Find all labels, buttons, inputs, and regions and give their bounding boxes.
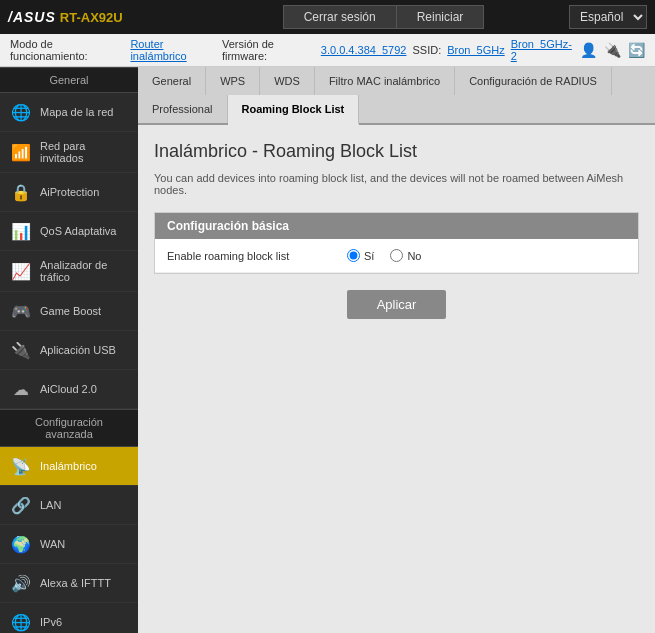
sidebar-item-label: IPv6: [40, 616, 62, 628]
tab-radius[interactable]: Configuración de RADIUS: [455, 67, 612, 95]
mapa-red-icon: 🌐: [10, 101, 32, 123]
firmware-label: Versión de firmware:: [222, 38, 315, 62]
aicloud-icon: ☁: [10, 378, 32, 400]
usb-icon[interactable]: 🔌: [603, 41, 621, 59]
config-section: Configuración básica Enable roaming bloc…: [154, 212, 639, 274]
ssid-2g[interactable]: Bron_5GHz: [447, 44, 504, 56]
info-icons: 👤 🔌 🔄: [579, 41, 645, 59]
wan-icon: 🌍: [10, 533, 32, 555]
ipv6-icon: 🌐: [10, 611, 32, 633]
lan-icon: 🔗: [10, 494, 32, 516]
sidebar: General 🌐 Mapa de la red 📶 Red para invi…: [0, 67, 138, 633]
refresh-icon[interactable]: 🔄: [627, 41, 645, 59]
sidebar-item-label: Alexa & IFTTT: [40, 577, 111, 589]
tab-wds[interactable]: WDS: [260, 67, 315, 95]
sidebar-item-label: AiProtection: [40, 186, 99, 198]
alexa-icon: 🔊: [10, 572, 32, 594]
firmware-value[interactable]: 3.0.0.4.384_5792: [321, 44, 407, 56]
usb-app-icon: 🔌: [10, 339, 32, 361]
sidebar-item-label: AiCloud 2.0: [40, 383, 97, 395]
tab-wps[interactable]: WPS: [206, 67, 260, 95]
sidebar-item-label: Game Boost: [40, 305, 101, 317]
sidebar-item-qos[interactable]: 📊 QoS Adaptativa: [0, 212, 138, 251]
top-bar: /ASUS RT-AX92U Cerrar sesión Reiniciar E…: [0, 0, 655, 34]
info-bar: Modo de funcionamiento: Router inalámbri…: [0, 34, 655, 67]
enable-label: Enable roaming block list: [167, 250, 327, 262]
radio-no-label: No: [407, 250, 421, 262]
tab-general[interactable]: General: [138, 67, 206, 95]
red-invitados-icon: 📶: [10, 141, 32, 163]
sidebar-item-label: WAN: [40, 538, 65, 550]
tab-filtro-mac[interactable]: Filtro MAC inalámbrico: [315, 67, 455, 95]
language-select[interactable]: Español: [569, 5, 647, 29]
sidebar-item-analizador[interactable]: 📈 Analizador de tráfico: [0, 251, 138, 292]
apply-row: Aplicar: [154, 290, 639, 319]
sidebar-item-alexa[interactable]: 🔊 Alexa & IFTTT: [0, 564, 138, 603]
asus-logo: /ASUS: [8, 9, 56, 25]
content-area: General WPS WDS Filtro MAC inalámbrico C…: [138, 67, 655, 633]
sidebar-item-red-invitados[interactable]: 📶 Red para invitados: [0, 132, 138, 173]
mode-value[interactable]: Router inalámbrico: [130, 38, 216, 62]
page-description: You can add devices into roaming block l…: [154, 172, 639, 196]
user-icon[interactable]: 👤: [579, 41, 597, 59]
sidebar-item-label: Red para invitados: [40, 140, 128, 164]
model-name: RT-AX92U: [60, 10, 123, 25]
cerrar-sesion-button[interactable]: Cerrar sesión: [283, 5, 396, 29]
sidebar-item-label: Analizador de tráfico: [40, 259, 128, 283]
sidebar-item-label: Inalámbrico: [40, 460, 97, 472]
page-title: Inalámbrico - Roaming Block List: [154, 141, 639, 162]
sidebar-item-inalambrico[interactable]: 📡 Inalámbrico: [0, 447, 138, 486]
tab-bar: General WPS WDS Filtro MAC inalámbrico C…: [138, 67, 655, 125]
config-section-title: Configuración básica: [155, 213, 638, 239]
radio-si-option[interactable]: Sí: [347, 249, 374, 262]
general-section-title: General: [0, 67, 138, 93]
ssid-label: SSID:: [412, 44, 441, 56]
sidebar-item-lan[interactable]: 🔗 LAN: [0, 486, 138, 525]
analizador-icon: 📈: [10, 260, 32, 282]
radio-group: Sí No: [347, 249, 421, 262]
radio-si-input[interactable]: [347, 249, 360, 262]
game-boost-icon: 🎮: [10, 300, 32, 322]
sidebar-item-usb[interactable]: 🔌 Aplicación USB: [0, 331, 138, 370]
reiniciar-button[interactable]: Reiniciar: [396, 5, 485, 29]
qos-icon: 📊: [10, 220, 32, 242]
main-layout: General 🌐 Mapa de la red 📶 Red para invi…: [0, 67, 655, 633]
tab-professional[interactable]: Professional: [138, 95, 228, 123]
enable-roaming-row: Enable roaming block list Sí No: [155, 239, 638, 273]
advanced-section-title: Configuración avanzada: [0, 409, 138, 447]
sidebar-item-game-boost[interactable]: 🎮 Game Boost: [0, 292, 138, 331]
sidebar-item-wan[interactable]: 🌍 WAN: [0, 525, 138, 564]
radio-no-input[interactable]: [390, 249, 403, 262]
apply-button[interactable]: Aplicar: [347, 290, 447, 319]
logo-area: /ASUS RT-AX92U: [8, 9, 123, 25]
sidebar-item-aicloud[interactable]: ☁ AiCloud 2.0: [0, 370, 138, 409]
radio-si-label: Sí: [364, 250, 374, 262]
sidebar-item-aiprotection[interactable]: 🔒 AiProtection: [0, 173, 138, 212]
tab-roaming-block[interactable]: Roaming Block List: [228, 95, 360, 125]
inalambrico-icon: 📡: [10, 455, 32, 477]
sidebar-item-ipv6[interactable]: 🌐 IPv6: [0, 603, 138, 633]
sidebar-item-label: LAN: [40, 499, 61, 511]
top-right: Español: [569, 5, 647, 29]
sidebar-item-mapa-red[interactable]: 🌐 Mapa de la red: [0, 93, 138, 132]
sidebar-item-label: QoS Adaptativa: [40, 225, 116, 237]
sidebar-item-label: Aplicación USB: [40, 344, 116, 356]
top-buttons: Cerrar sesión Reiniciar: [283, 5, 485, 29]
sidebar-item-label: Mapa de la red: [40, 106, 113, 118]
radio-no-option[interactable]: No: [390, 249, 421, 262]
mode-label: Modo de funcionamiento:: [10, 38, 124, 62]
ssid-5g[interactable]: Bron_5GHz-2: [511, 38, 573, 62]
page-content: Inalámbrico - Roaming Block List You can…: [138, 125, 655, 633]
aiprotection-icon: 🔒: [10, 181, 32, 203]
